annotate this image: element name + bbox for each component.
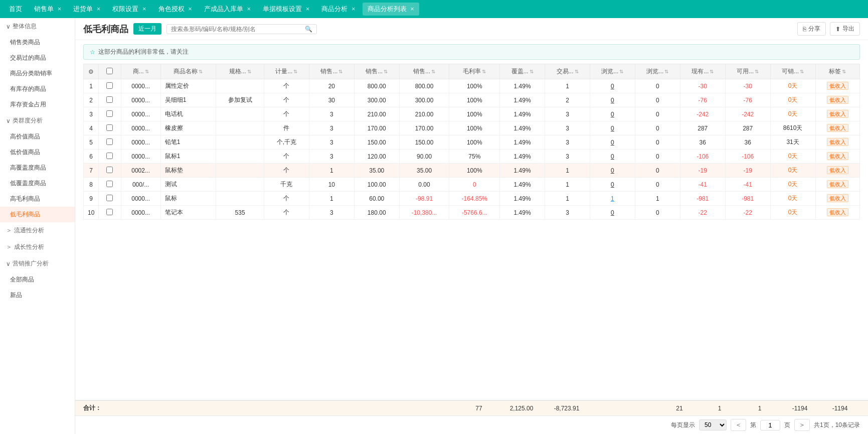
col-settings[interactable]: ⚙ [84, 64, 99, 79]
cell-saleable-days: 31天 [770, 135, 815, 150]
export-button[interactable]: ⬆ 导出 [830, 22, 860, 36]
sidebar-item-all-goods[interactable]: 全部商品 [0, 272, 75, 287]
search-input[interactable] [171, 26, 303, 33]
cell-gross-margin: 100% [449, 93, 500, 107]
cell-browse1[interactable]: 0 [590, 178, 635, 192]
cell-spec [216, 178, 264, 192]
col-code[interactable]: 商...⇅ [121, 64, 160, 79]
cell-checkbox[interactable] [99, 121, 121, 135]
cell-browse1[interactable]: 0 [590, 206, 635, 220]
nav-permission-settings[interactable]: 权限设置 × [107, 3, 151, 16]
sidebar-item-high-coverage[interactable]: 高覆盖度商品 [0, 160, 75, 176]
sidebar-item-category-rate[interactable]: 商品分类助销率 [0, 66, 75, 81]
cell-checkbox[interactable] [99, 79, 121, 93]
select-all-checkbox[interactable] [106, 68, 113, 74]
sidebar-item-in-stock[interactable]: 有库存的商品 [0, 81, 75, 97]
col-spec[interactable]: 规格...⇅ [216, 64, 264, 79]
row-checkbox[interactable] [106, 167, 113, 173]
cell-checkbox[interactable] [99, 192, 121, 206]
cell-checkbox[interactable] [99, 135, 121, 150]
sidebar-item-new-goods[interactable]: 新品 [0, 287, 75, 303]
sidebar-section-marketing[interactable]: ∨ 营销推广分析 [0, 255, 75, 272]
close-icon[interactable]: × [352, 5, 356, 13]
col-coverage[interactable]: 覆盖...⇅ [500, 64, 545, 79]
sidebar-item-high-margin[interactable]: 高毛利商品 [0, 191, 75, 207]
cell-browse1[interactable]: 0 [590, 93, 635, 107]
cell-checkbox[interactable] [99, 206, 121, 220]
cell-checkbox[interactable] [99, 93, 121, 107]
close-icon[interactable]: × [247, 5, 251, 13]
cell-browse1[interactable]: 0 [590, 150, 635, 164]
close-icon[interactable]: × [188, 5, 192, 13]
row-checkbox[interactable] [106, 153, 113, 159]
col-checkbox[interactable] [99, 64, 121, 79]
table-row: 2 0000... 吴细细1 参加复试 个 30 300.00 300.00 1… [84, 93, 860, 107]
nav-goods-analysis-list[interactable]: 商品分析列表 × [363, 3, 419, 16]
col-saleable-days[interactable]: 可销...⇅ [770, 64, 815, 79]
col-unit[interactable]: 计量...⇅ [264, 64, 309, 79]
sidebar-item-capital[interactable]: 库存资金占用 [0, 97, 75, 112]
nav-role-auth[interactable]: 角色授权 × [153, 3, 197, 16]
row-checkbox[interactable] [106, 124, 113, 131]
filter-recent-month-button[interactable]: 近一月 [133, 23, 161, 35]
row-checkbox[interactable] [106, 138, 113, 145]
row-checkbox[interactable] [106, 82, 113, 89]
cell-checkbox[interactable] [99, 178, 121, 192]
cell-browse1[interactable]: 0 [590, 164, 635, 178]
prev-page-button[interactable]: ＜ [731, 419, 746, 431]
cell-unit: 件 [264, 121, 309, 135]
close-icon[interactable]: × [58, 5, 62, 13]
col-current-stock[interactable]: 现有...⇅ [680, 64, 725, 79]
sidebar-item-traded-goods[interactable]: 交易过的商品 [0, 50, 75, 66]
cell-settings: 4 [84, 121, 99, 135]
row-checkbox[interactable] [106, 181, 113, 187]
cell-browse1[interactable]: 0 [590, 135, 635, 150]
col-gross-margin[interactable]: 毛利率⇅ [449, 64, 500, 79]
sidebar-section-overall[interactable]: ∨ 整体信息 [0, 18, 75, 35]
cell-checkbox[interactable] [99, 150, 121, 164]
sidebar-item-low-value[interactable]: 低价值商品 [0, 144, 75, 160]
share-button[interactable]: ⎘ 分享 [797, 22, 826, 36]
close-icon[interactable]: × [410, 5, 414, 13]
next-page-button[interactable]: ＞ [794, 419, 810, 431]
col-sale-qty[interactable]: 销售...⇅ [309, 64, 354, 79]
nav-sales-order[interactable]: 销售单 × [29, 3, 66, 16]
nav-purchase-order[interactable]: 进货单 × [68, 3, 105, 16]
col-trade-count[interactable]: 交易...⇅ [545, 64, 590, 79]
cell-browse1[interactable]: 0 [590, 121, 635, 135]
cell-browse1[interactable]: 1 [590, 192, 635, 206]
tag-badge: 低收入 [827, 96, 848, 104]
nav-template-settings[interactable]: 单据模板设置 × [258, 3, 314, 16]
nav-goods-analysis[interactable]: 商品分析 × [316, 3, 360, 16]
sidebar-item-sales-goods[interactable]: 销售类商品 [0, 35, 75, 50]
sidebar-section-circulation[interactable]: ＞ 流通性分析 [0, 222, 75, 239]
sidebar-section-cluster[interactable]: ∨ 类群度分析 [0, 112, 75, 129]
col-name[interactable]: 商品名称⇅ [160, 64, 216, 79]
sidebar-item-low-margin[interactable]: 低毛利商品 [0, 207, 75, 222]
close-icon[interactable]: × [306, 5, 310, 13]
page-size-select[interactable]: 50 100 [699, 419, 727, 430]
col-tag[interactable]: 标签⇅ [815, 64, 859, 79]
row-checkbox[interactable] [106, 209, 113, 215]
search-icon[interactable]: 🔍 [305, 26, 312, 33]
close-icon[interactable]: × [97, 5, 101, 13]
row-checkbox[interactable] [106, 195, 113, 201]
col-browse2[interactable]: 浏览...⇅ [635, 64, 680, 79]
cell-browse1[interactable]: 0 [590, 79, 635, 93]
row-checkbox[interactable] [106, 96, 113, 103]
cell-browse1[interactable]: 0 [590, 107, 635, 121]
sidebar-item-low-coverage[interactable]: 低覆盖度商品 [0, 176, 75, 191]
nav-home[interactable]: 首页 [4, 3, 27, 16]
col-available-stock[interactable]: 可用...⇅ [725, 64, 770, 79]
sidebar-section-growth[interactable]: ＞ 成长性分析 [0, 239, 75, 255]
col-browse1[interactable]: 浏览...⇅ [590, 64, 635, 79]
nav-product-instock[interactable]: 产成品入库单 × [199, 3, 256, 16]
col-sale-amount[interactable]: 销售...⇅ [399, 64, 449, 79]
sidebar-item-high-value[interactable]: 高价值商品 [0, 129, 75, 144]
page-number-input[interactable] [760, 420, 780, 430]
cell-checkbox[interactable] [99, 107, 121, 121]
cell-checkbox[interactable] [99, 164, 121, 178]
row-checkbox[interactable] [106, 110, 113, 117]
col-sale-price[interactable]: 销售...⇅ [354, 64, 399, 79]
close-icon[interactable]: × [142, 5, 146, 13]
